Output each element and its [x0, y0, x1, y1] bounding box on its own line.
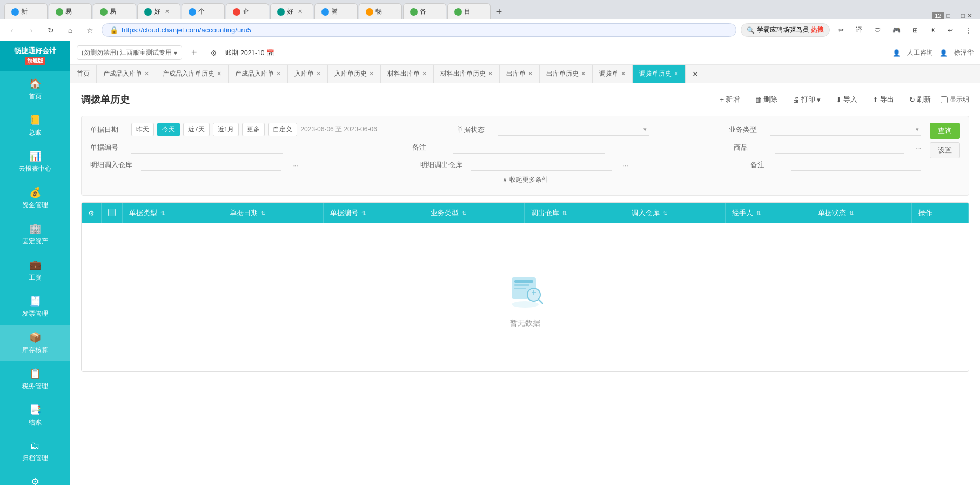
close-icon[interactable]: ✕	[422, 70, 427, 77]
browser-tab-5[interactable]: 个	[182, 3, 225, 19]
filter-settings-button[interactable]: 设置	[930, 142, 960, 158]
note-input[interactable]	[453, 142, 605, 154]
home-button[interactable]: ⌂	[63, 23, 78, 38]
bookmark-button[interactable]: ☆	[82, 23, 97, 38]
goods-dots[interactable]: ···	[915, 144, 921, 152]
th-biz-type[interactable]: 业务类型 ⇅	[424, 203, 525, 223]
close-icon[interactable]: ✕	[674, 70, 679, 77]
detail-in-input[interactable]	[141, 159, 281, 171]
browser-tab-7[interactable]: 好 ✕	[270, 3, 313, 19]
browser-tab-3[interactable]: 易	[93, 3, 136, 19]
theme-tool[interactable]: ☀	[925, 24, 940, 36]
display-toggle[interactable]: 显示明	[941, 95, 969, 104]
collapse-button[interactable]: ∧ 收起更多条件	[502, 175, 548, 184]
page-tab-cgrkd[interactable]: 产成品入库单 ✕	[97, 65, 156, 83]
close-icon[interactable]: ✕	[528, 70, 533, 77]
today-btn[interactable]: 今天	[157, 123, 180, 136]
delete-button[interactable]: 🗑 删除	[749, 92, 783, 107]
history-tool[interactable]: ↩	[943, 24, 957, 36]
custom-btn[interactable]: 自定义	[268, 123, 297, 136]
close-icon[interactable]: ✕	[488, 70, 493, 77]
biz-type-select[interactable]	[770, 124, 921, 136]
detail-out-input[interactable]	[471, 159, 612, 171]
new-button[interactable]: + 新增	[714, 92, 745, 107]
browser-tab-10[interactable]: 各	[403, 3, 446, 19]
display-checkbox[interactable]	[941, 96, 948, 103]
sidebar-item-invoice[interactable]: 🧾 发票管理	[0, 289, 70, 325]
translate-tool[interactable]: 译	[851, 23, 867, 37]
page-tab-dbd-hist[interactable]: 调拨单历史 ✕	[633, 65, 686, 83]
more-btn[interactable]: 更多	[242, 123, 265, 136]
sidebar-item-ledger[interactable]: 📒 总账	[0, 108, 70, 144]
shield-tool[interactable]: 🛡	[870, 24, 885, 36]
browser-search[interactable]: 🔍 学霸应聘场驱鸟员 热搜	[741, 23, 830, 37]
close-icon-7[interactable]: ✕	[298, 8, 303, 15]
address-bar[interactable]: 🔒 https://cloud.chanjet.com/accounting/u…	[102, 23, 736, 37]
page-tab-clckd[interactable]: 材料出库单 ✕	[381, 65, 434, 83]
browser-tab-2[interactable]: 易	[49, 3, 92, 19]
week-btn[interactable]: 近7天	[183, 123, 210, 136]
sidebar-item-archive[interactable]: 🗂 归档管理	[0, 434, 70, 469]
close-icon[interactable]: ✕	[581, 70, 586, 77]
th-handler[interactable]: 经手人 ⇅	[726, 203, 811, 223]
browser-tab-6[interactable]: 企	[226, 3, 269, 19]
th-in-warehouse[interactable]: 调入仓库 ⇅	[625, 203, 726, 223]
page-tab-home[interactable]: 首页	[70, 65, 97, 83]
page-tab-dbd[interactable]: 调拨单 ✕	[593, 65, 633, 83]
note2-input[interactable]	[791, 159, 921, 171]
th-doc-date[interactable]: 单据日期 ⇅	[223, 203, 324, 223]
close-all-tabs-button[interactable]: ✕	[688, 67, 703, 82]
company-selector[interactable]: (勿删勿禁用) 江西服宝测试专用 ▾	[77, 45, 182, 60]
detail-out-dots[interactable]: ···	[622, 161, 628, 169]
th-doc-status[interactable]: 单据状态 ⇅	[811, 203, 912, 223]
close-icon[interactable]: ✕	[316, 70, 321, 77]
page-tab-cgrkd-hist[interactable]: 产成品入库单历史 ✕	[156, 65, 229, 83]
page-tab-ckd-hist[interactable]: 出库单历史 ✕	[540, 65, 593, 83]
period-selector[interactable]: 账期 2021-10 📅	[225, 48, 274, 57]
grid-tool[interactable]: ⊞	[908, 24, 922, 36]
settings-icon-button[interactable]: ⚙	[206, 45, 221, 61]
print-button[interactable]: 🖨 打印 ▾	[787, 92, 826, 107]
th-settings[interactable]: ⚙	[82, 203, 102, 223]
close-icon[interactable]: ✕	[276, 70, 281, 77]
browser-tab-8[interactable]: 腾	[314, 3, 358, 19]
yesterday-btn[interactable]: 昨天	[131, 123, 154, 136]
sidebar-item-base[interactable]: ⚙ 基础设置	[0, 469, 70, 485]
forward-button[interactable]: ›	[24, 23, 39, 38]
th-doc-type[interactable]: 单据类型 ⇅	[123, 203, 223, 223]
month-btn[interactable]: 近1月	[213, 123, 239, 136]
export-button[interactable]: ⬆ 导出	[867, 92, 900, 107]
th-checkbox[interactable]	[102, 203, 123, 223]
new-tab-button[interactable]: +	[492, 4, 507, 19]
sidebar-item-fund[interactable]: 💰 资金管理	[0, 180, 70, 216]
consult-label[interactable]: 人工咨询	[907, 48, 933, 57]
add-company-button[interactable]: +	[186, 45, 202, 61]
close-icon[interactable]: ✕	[144, 70, 149, 77]
status-select[interactable]	[498, 124, 649, 136]
page-tab-clckd-hist[interactable]: 材料出库单历史 ✕	[434, 65, 500, 83]
close-icon[interactable]: ✕	[165, 8, 170, 15]
close-icon[interactable]: ✕	[217, 70, 221, 77]
page-tab-rkd[interactable]: 入库单 ✕	[288, 65, 328, 83]
th-doc-num[interactable]: 单据编号 ⇅	[324, 203, 424, 223]
close-icon[interactable]: ✕	[621, 70, 626, 77]
sidebar-item-inventory[interactable]: 📦 库存核算	[0, 325, 70, 361]
close-icon[interactable]: ✕	[369, 70, 374, 77]
refresh-action-button[interactable]: ↻ 刷新	[904, 92, 936, 107]
browser-tab-4[interactable]: 好 ✕	[137, 3, 180, 19]
header-checkbox[interactable]	[108, 209, 116, 216]
sidebar-item-settle[interactable]: 📑 结账	[0, 397, 70, 434]
sidebar-item-home[interactable]: 🏠 首页	[0, 71, 70, 108]
detail-in-dots[interactable]: ···	[292, 161, 298, 169]
page-tab-rkd-hist[interactable]: 入库单历史 ✕	[328, 65, 381, 83]
refresh-button[interactable]: ↻	[43, 23, 58, 38]
page-tab-cgrkd2[interactable]: 产成品入库单 ✕	[229, 65, 288, 83]
browser-tab-11[interactable]: 目	[447, 3, 491, 19]
page-tab-ckd[interactable]: 出库单 ✕	[500, 65, 540, 83]
sidebar-item-salary[interactable]: 💼 工资	[0, 253, 70, 289]
browser-tab-9[interactable]: 畅	[359, 3, 402, 19]
sidebar-item-asset[interactable]: 🏢 固定资产	[0, 216, 70, 253]
game-tool[interactable]: 🎮	[888, 24, 905, 36]
doc-num-input[interactable]	[131, 142, 283, 154]
import-button[interactable]: ⬇ 导入	[830, 92, 863, 107]
